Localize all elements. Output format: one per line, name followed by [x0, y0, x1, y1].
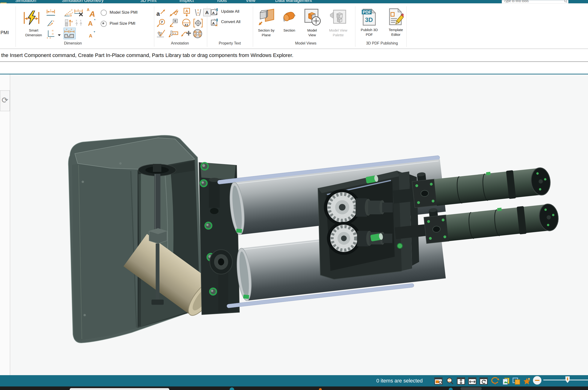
- dimension-group-label: Dimension: [54, 41, 92, 46]
- ribbon: PMI Smart Dimension x x: [0, 3, 588, 49]
- callout-icon[interactable]: a: [156, 8, 166, 17]
- tab-inspect[interactable]: Inspect: [179, 0, 194, 3]
- section-button[interactable]: Section: [279, 6, 300, 42]
- taskbar-app-icon-orange[interactable]: [319, 388, 322, 390]
- effects-icon[interactable]: [522, 377, 531, 385]
- svg-text:PDF: PDF: [363, 10, 371, 15]
- groove-dimension-icon: xx: [64, 28, 75, 39]
- solid-edge-window: Simulation Simulation Geometry 3D Print …: [0, 0, 588, 390]
- tab-simulation-geometry[interactable]: Simulation Geometry: [62, 0, 104, 3]
- svg-text:x: x: [47, 37, 48, 39]
- annotation-group-label: Annotation: [161, 41, 199, 46]
- status-bar: 0 items are selected: [0, 375, 588, 387]
- svg-text:3D: 3D: [365, 16, 373, 23]
- graphics-viewport[interactable]: ⟳: [0, 74, 588, 375]
- zoom-area-icon[interactable]: [445, 377, 454, 385]
- pixel-size-pmi-radio[interactable]: [101, 21, 107, 27]
- spin-tool-icon[interactable]: [491, 377, 500, 385]
- zoom-slider-thumb[interactable]: [565, 376, 570, 383]
- zoom-out-button[interactable]: [533, 376, 542, 385]
- template-editor-button[interactable]: Template Editor: [384, 6, 407, 42]
- tab-data-management[interactable]: Data Management: [275, 0, 312, 3]
- property-text-group-label: Property Text: [211, 41, 249, 46]
- tab-3d-print[interactable]: 3D Print: [140, 0, 157, 3]
- model-view-palette-icon: [330, 9, 346, 26]
- surface-texture-icon[interactable]: [156, 29, 167, 38]
- section-icon: [281, 9, 298, 26]
- template-editor-label: Template Editor: [386, 28, 405, 37]
- prompt-bar: the Insert Component command, Create Par…: [0, 49, 588, 61]
- update-all-label: Update All: [221, 9, 239, 14]
- pixel-size-pmi-label: Pixel Size PMI: [110, 21, 135, 26]
- svg-text:x: x: [71, 28, 72, 31]
- publish-3d-pdf-label: Publish 3D PDF: [360, 28, 379, 37]
- smart-dimension-button[interactable]: Smart Dimension: [19, 6, 48, 41]
- leader-icon[interactable]: [180, 29, 192, 38]
- angle-between-icon[interactable]: x x: [64, 9, 73, 17]
- command-finder-box[interactable]: [502, 0, 568, 3]
- model-view-button[interactable]: Model View: [302, 6, 323, 42]
- distance-between-icon[interactable]: x: [46, 9, 55, 17]
- model-views-group-label: Model Views: [287, 41, 325, 46]
- model-view-palette-button-disabled: Model View Palette: [324, 6, 352, 42]
- increase-text-size-icon[interactable]: A: [87, 19, 96, 27]
- update-all-icon: A: [211, 8, 219, 16]
- angle-dimension-icon[interactable]: x: [46, 19, 55, 27]
- smart-dimension-label: Smart Dimension: [21, 28, 46, 38]
- datum-frame-icon[interactable]: A1: [181, 18, 192, 28]
- zoom-icon[interactable]: [457, 377, 466, 385]
- parting-line-icon[interactable]: [193, 8, 203, 17]
- svg-text:x: x: [53, 20, 54, 22]
- move-dimension-icon-disabled: xx: [74, 19, 84, 27]
- feature-control-frame-icon[interactable]: [193, 18, 203, 28]
- decrease-text-size-icon[interactable]: A: [88, 29, 96, 38]
- datum-target-icon[interactable]: [168, 18, 179, 28]
- section-by-plane-icon: [258, 8, 275, 27]
- view-styles-icon[interactable]: [502, 377, 511, 385]
- pdf-publishing-group-label: 3D PDF Publishing: [359, 41, 404, 46]
- rotate-view-icon[interactable]: [479, 377, 488, 385]
- convert-all-button[interactable]: A Convert All: [211, 19, 251, 27]
- publish-3d-pdf-button[interactable]: PDF 3D Publish 3D PDF: [358, 6, 381, 42]
- svg-text:A: A: [89, 33, 92, 38]
- svg-text:7: 7: [161, 20, 163, 24]
- model-view-label: Model View: [304, 28, 320, 38]
- display-options-icon[interactable]: [434, 377, 443, 385]
- splined-gear-lower: [327, 222, 361, 255]
- pmi-group-label: PMI: [0, 30, 9, 35]
- svg-text:o: o: [50, 37, 51, 39]
- window-layout-icon[interactable]: [512, 377, 521, 385]
- fit-view-icon[interactable]: [468, 377, 477, 385]
- section-by-plane-label: Section by Plane: [256, 28, 276, 38]
- svg-text:A: A: [212, 21, 215, 25]
- model-size-pmi-radio[interactable]: [101, 10, 107, 16]
- balloon-icon[interactable]: 7: [156, 19, 166, 28]
- svg-text:x: x: [80, 19, 81, 22]
- cad-model-hydraulic-assembly: [0, 74, 588, 375]
- groove-dimension-button-selected[interactable]: xx: [64, 28, 76, 39]
- edge-condition-icon[interactable]: [169, 8, 179, 17]
- font-style-icon[interactable]: A A: [86, 7, 96, 18]
- tab-simulation[interactable]: Simulation: [15, 0, 36, 3]
- convert-all-label: Convert All: [221, 20, 240, 24]
- tab-view[interactable]: View: [246, 0, 255, 3]
- weld-wheel-icon[interactable]: [192, 29, 203, 39]
- taskbar-app-icon-teal[interactable]: [449, 388, 453, 390]
- taskbar-app-icon[interactable]: [230, 388, 234, 390]
- tab-tools[interactable]: Tools: [216, 0, 227, 3]
- balloon-text-icon[interactable]: A: [182, 8, 192, 17]
- svg-text:-x: -x: [51, 29, 53, 32]
- section-by-plane-button[interactable]: Section by Plane: [255, 6, 277, 42]
- coordinate-dimension-icon[interactable]: -x -o x o: [46, 29, 56, 39]
- weld-symbol-icon[interactable]: x x: [167, 29, 179, 38]
- svg-text:a: a: [157, 10, 160, 17]
- search-input[interactable]: [503, 0, 558, 3]
- dimension-dropdown-arrow[interactable]: [57, 34, 61, 37]
- taskbar-preview-slab[interactable]: [461, 387, 482, 390]
- taskbar-search-pill[interactable]: [70, 388, 169, 390]
- delete-dimension-icon[interactable]: x: [74, 9, 83, 17]
- update-all-button[interactable]: A Update All: [211, 8, 251, 17]
- convert-all-icon: A: [211, 19, 219, 26]
- model-view-palette-label: Model View Palette: [325, 28, 352, 38]
- symmetric-diameter-icon[interactable]: ø: [64, 19, 74, 27]
